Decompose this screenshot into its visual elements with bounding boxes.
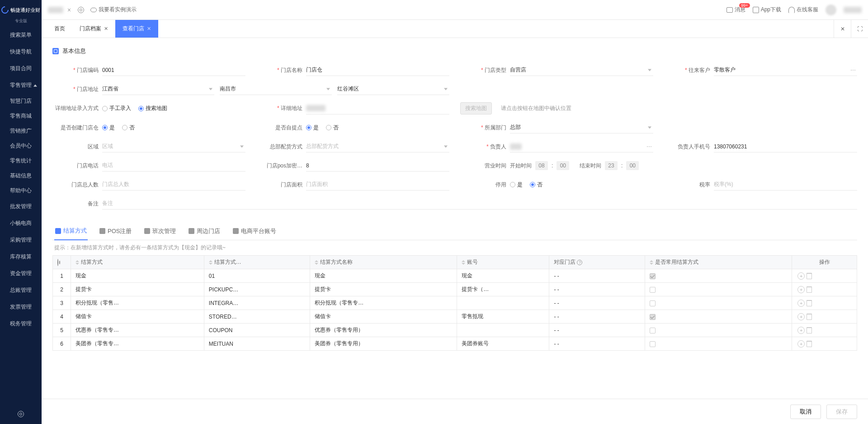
cancel-button[interactable]: 取消: [790, 405, 821, 419]
checkbox[interactable]: [650, 328, 656, 333]
sidebar-subitem[interactable]: 帮助中心: [0, 183, 42, 198]
sidebar-item[interactable]: 发票管理: [0, 299, 42, 315]
sidebar-item[interactable]: 税务管理: [0, 315, 42, 332]
add-row-button[interactable]: +: [797, 313, 805, 320]
sidebar-item[interactable]: 快捷导航: [0, 43, 42, 60]
radio-create-wh-yes[interactable]: 是: [102, 124, 115, 132]
checkbox[interactable]: [650, 341, 656, 347]
radio-disabled-no[interactable]: 否: [530, 181, 542, 189]
search-map-button[interactable]: 搜索地图: [460, 102, 492, 114]
input-manager-phone[interactable]: 13807060231: [714, 141, 857, 152]
sidebar-item[interactable]: 库存核算: [0, 248, 42, 265]
input-area[interactable]: 门店面积: [306, 179, 449, 191]
table-row[interactable]: 6美团券（零售专…MEITUAN美团券（零售专用）美团券账号- -+: [53, 337, 857, 351]
table-header[interactable]: 操作: [792, 256, 857, 269]
sidebar-subitem[interactable]: 基础信息: [0, 168, 42, 183]
settings-icon[interactable]: [78, 7, 84, 13]
select-province[interactable]: 江西省: [102, 83, 214, 95]
table-row[interactable]: 5优惠券（零售专…COUPON优惠券（零售专用）- -+: [53, 324, 857, 337]
subtab[interactable]: POS注册: [99, 222, 132, 240]
sidebar-subitem[interactable]: 营销推广: [0, 124, 42, 138]
add-row-button[interactable]: +: [797, 327, 805, 334]
sidebar-item[interactable]: 零售管理: [0, 77, 42, 94]
save-button[interactable]: 保存: [826, 405, 857, 419]
select-customer[interactable]: 零散客户⋯: [714, 64, 857, 76]
radio-pickup-yes[interactable]: 是: [306, 124, 319, 132]
input-staff-count[interactable]: 门店总人数: [102, 179, 245, 191]
close-icon[interactable]: ✕: [147, 26, 151, 32]
sidebar-item[interactable]: 采购管理: [0, 232, 42, 248]
add-row-button[interactable]: +: [797, 272, 805, 280]
select-manager[interactable]: ███⋯: [510, 141, 653, 152]
radio-manual-input[interactable]: 手工录入: [102, 105, 131, 112]
delete-row-button[interactable]: [807, 286, 812, 293]
add-row-button[interactable]: +: [797, 340, 805, 348]
biz-end-hour[interactable]: 23: [605, 161, 618, 170]
sidebar-item[interactable]: 小畅电商: [0, 215, 42, 232]
input-store-code[interactable]: 0001: [102, 64, 245, 76]
demo-link[interactable]: 我要看实例演示: [90, 6, 137, 14]
radio-create-wh-no[interactable]: 否: [122, 124, 135, 132]
close-icon[interactable]: ✕: [104, 26, 108, 32]
radio-map-search[interactable]: 搜索地图: [138, 105, 167, 112]
select-region[interactable]: 区域: [102, 141, 245, 152]
sidebar-settings[interactable]: [0, 405, 42, 424]
sidebar-subitem[interactable]: 零售商城: [0, 109, 42, 124]
app-download-button[interactable]: App下载: [753, 6, 781, 14]
table-header[interactable]: 结算方式: [71, 256, 204, 269]
table-row[interactable]: 1现金01现金现金- -+: [53, 269, 857, 283]
table-header[interactable]: [53, 256, 71, 269]
add-row-button[interactable]: +: [797, 286, 805, 293]
biz-start-min[interactable]: 00: [557, 161, 569, 170]
user-name[interactable]: [844, 7, 862, 13]
messages-button[interactable]: 消息 99+: [726, 6, 745, 14]
sidebar-item[interactable]: 总账管理: [0, 282, 42, 299]
delete-row-button[interactable]: [807, 327, 812, 333]
table-row[interactable]: 4储值卡STORED…储值卡零售抵现- -+: [53, 310, 857, 324]
user-avatar[interactable]: [826, 5, 836, 15]
tab-fullscreen[interactable]: ⛶: [851, 20, 868, 38]
org-selector[interactable]: ████: [48, 7, 71, 13]
checkbox[interactable]: [650, 314, 656, 320]
delete-row-button[interactable]: [807, 273, 812, 279]
checkbox[interactable]: [650, 273, 656, 279]
tab-close-all[interactable]: ✕: [834, 20, 851, 38]
tab[interactable]: 首页: [47, 20, 72, 38]
select-district[interactable]: 红谷滩区: [337, 83, 449, 95]
select-dist-mode[interactable]: 总部配货方式: [306, 141, 449, 152]
checkbox[interactable]: [650, 287, 656, 293]
biz-end-min[interactable]: 00: [626, 161, 639, 170]
delete-row-button[interactable]: [807, 341, 812, 347]
input-store-name[interactable]: 门店仓: [306, 64, 449, 76]
sidebar-item[interactable]: 搜索菜单: [0, 27, 42, 43]
subtab[interactable]: 周边门店: [188, 222, 221, 240]
delete-row-button[interactable]: [807, 314, 812, 320]
subtab[interactable]: 电商平台账号: [232, 222, 277, 240]
input-tax[interactable]: 税率(%): [714, 179, 857, 191]
sidebar-item[interactable]: 项目合同: [0, 60, 42, 77]
sidebar-subitem[interactable]: 零售统计: [0, 153, 42, 168]
select-city[interactable]: 南昌市: [220, 83, 332, 95]
input-detail-addr[interactable]: █████: [306, 103, 449, 114]
sidebar-item[interactable]: 批发管理: [0, 198, 42, 215]
table-header[interactable]: 对应门店?: [549, 256, 645, 269]
delete-row-button[interactable]: [807, 300, 812, 306]
table-header[interactable]: 是否常用结算方式: [645, 256, 792, 269]
sidebar-item[interactable]: 资金管理: [0, 265, 42, 282]
input-pos-pwd[interactable]: 8: [306, 160, 449, 172]
online-service-button[interactable]: 在线客服: [788, 6, 818, 14]
select-store-type[interactable]: 自营店: [510, 64, 653, 76]
checkbox[interactable]: [650, 300, 656, 306]
sidebar-subitem[interactable]: 会员中心: [0, 138, 42, 153]
add-row-button[interactable]: +: [797, 300, 805, 307]
sidebar-subitem[interactable]: 智慧门店: [0, 94, 42, 109]
input-remark[interactable]: 备注: [102, 198, 857, 210]
biz-start-hour[interactable]: 08: [535, 161, 548, 170]
radio-disabled-yes[interactable]: 是: [510, 181, 523, 189]
table-header[interactable]: 结算方式…: [204, 256, 310, 269]
radio-pickup-no[interactable]: 否: [326, 124, 339, 132]
subtab[interactable]: 结算方式: [54, 222, 88, 240]
table-row[interactable]: 3积分抵现（零售…INTEGRA…积分抵现（零售专…- -+: [53, 296, 857, 310]
table-row[interactable]: 2提货卡PICKUPC…提货卡提货卡（…- -+: [53, 283, 857, 296]
input-store-phone[interactable]: 电话: [102, 160, 245, 172]
